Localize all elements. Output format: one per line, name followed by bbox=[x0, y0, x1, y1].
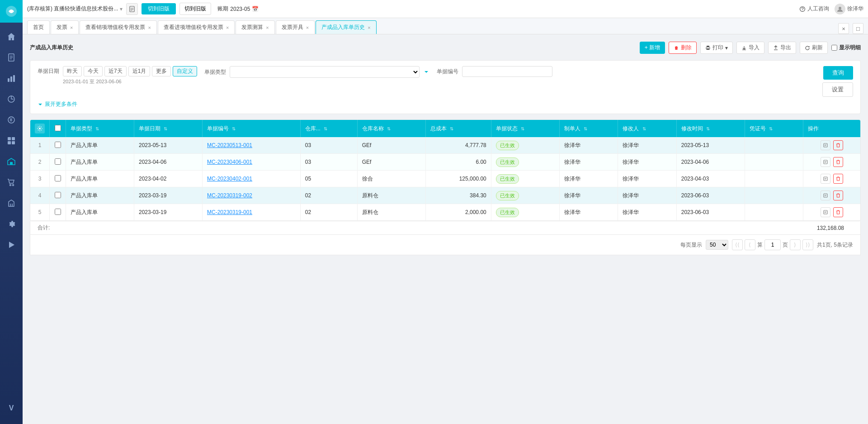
company-selector[interactable]: (库存核算) 直播轻快通信息技术股份... ▾ bbox=[27, 5, 123, 13]
row-checkbox-1[interactable] bbox=[55, 158, 61, 165]
row-edit-btn-1[interactable] bbox=[821, 157, 830, 167]
sidebar-item-grid[interactable] bbox=[0, 130, 23, 151]
prev-page-button[interactable]: ⟨ bbox=[745, 239, 755, 250]
row-edit-btn-4[interactable] bbox=[821, 207, 830, 217]
print-button[interactable]: 打印 ▾ bbox=[700, 42, 733, 54]
th-modifier[interactable]: 修改人 ⇅ bbox=[618, 120, 677, 137]
tab-home[interactable]: 首页 bbox=[27, 20, 50, 34]
show-detail-toggle[interactable]: 显示明细 bbox=[831, 44, 861, 52]
row-delete-btn-1[interactable] bbox=[833, 157, 843, 167]
td-check-3[interactable] bbox=[50, 187, 66, 204]
td-number-1[interactable]: MC-20230406-001 bbox=[202, 154, 300, 171]
import-button[interactable]: 导入 bbox=[736, 42, 764, 54]
sidebar-item-chart[interactable] bbox=[0, 68, 23, 89]
record-number-link-4[interactable]: MC-20230319-001 bbox=[207, 209, 252, 215]
td-number-2[interactable]: MC-20230402-001 bbox=[202, 171, 300, 187]
date-7days-btn[interactable]: 近7天 bbox=[104, 66, 127, 76]
tab-restore-button[interactable]: □ bbox=[853, 23, 863, 34]
date-1month-btn[interactable]: 近1月 bbox=[128, 66, 151, 76]
sidebar-item-v[interactable]: V bbox=[0, 398, 23, 419]
th-voucher[interactable]: 凭证号 ⇅ bbox=[745, 120, 803, 137]
number-filter-input[interactable] bbox=[462, 66, 552, 77]
tab-purchase-vat[interactable]: 查看进项增值税专用发票 × bbox=[158, 20, 235, 34]
record-number-link-2[interactable]: MC-20230402-001 bbox=[207, 176, 252, 182]
record-number-link-1[interactable]: MC-20230406-001 bbox=[207, 159, 252, 165]
tab-invoice-calc-close[interactable]: × bbox=[266, 25, 269, 30]
record-number-link-0[interactable]: MC-20230513-001 bbox=[207, 142, 252, 148]
service-button[interactable]: 人工咨询 bbox=[799, 5, 829, 13]
last-page-button[interactable]: ⟩⟩ bbox=[802, 239, 813, 250]
td-check-4[interactable] bbox=[50, 204, 66, 221]
tab-invoice-issue-close[interactable]: × bbox=[306, 25, 309, 30]
tab-purchase-vat-close[interactable]: × bbox=[226, 25, 229, 30]
switch-version-button[interactable]: 切到旧版 bbox=[179, 3, 211, 15]
tab-invoice-issue[interactable]: 发票开具 × bbox=[276, 20, 315, 34]
th-status[interactable]: 单据状态 ⇅ bbox=[491, 120, 559, 137]
delete-button[interactable]: 删除 bbox=[669, 42, 697, 54]
row-delete-btn-4[interactable] bbox=[833, 207, 843, 217]
next-page-button[interactable]: ⟩ bbox=[790, 239, 801, 250]
tab-sales-vat-close[interactable]: × bbox=[148, 25, 151, 30]
row-edit-btn-0[interactable] bbox=[821, 140, 830, 150]
row-checkbox-2[interactable] bbox=[55, 175, 61, 181]
td-number-3[interactable]: MC-20230319-002 bbox=[202, 187, 300, 204]
tab-close-all-button[interactable]: × bbox=[838, 23, 849, 34]
th-creator[interactable]: 制单人 ⇅ bbox=[559, 120, 618, 137]
date-yesterday-btn[interactable]: 昨天 bbox=[63, 66, 82, 76]
th-settings[interactable] bbox=[30, 120, 50, 137]
sidebar-item-finance[interactable]: ¥ bbox=[0, 110, 23, 130]
sidebar-item-warehouse[interactable] bbox=[0, 151, 23, 172]
th-warehouse-name[interactable]: 仓库名称 ⇅ bbox=[357, 120, 425, 137]
expand-filter-button[interactable]: 展开更多条件 bbox=[38, 100, 853, 108]
row-delete-btn-0[interactable] bbox=[833, 140, 843, 150]
row-checkbox-4[interactable] bbox=[55, 209, 61, 215]
th-number[interactable]: 单据编号 ⇅ bbox=[202, 120, 300, 137]
tab-sales-vat[interactable]: 查看销项增值税专用发票 × bbox=[80, 20, 156, 34]
row-checkbox-0[interactable] bbox=[55, 142, 61, 148]
sidebar-item-play[interactable] bbox=[0, 234, 23, 255]
row-edit-btn-3[interactable] bbox=[821, 191, 830, 200]
td-check-1[interactable] bbox=[50, 154, 66, 171]
workbench-button[interactable]: 切到旧版 bbox=[142, 3, 176, 14]
tab-product-inbound[interactable]: 产成品入库单历史 × bbox=[316, 20, 376, 34]
new-button[interactable]: + 新增 bbox=[640, 42, 665, 54]
settings-button[interactable]: 设置 bbox=[822, 82, 853, 97]
date-more-btn[interactable]: 更多 bbox=[152, 66, 171, 76]
row-checkbox-3[interactable] bbox=[55, 192, 61, 198]
td-number-4[interactable]: MC-20230319-001 bbox=[202, 204, 300, 221]
sidebar-item-purchase[interactable] bbox=[0, 172, 23, 193]
tab-invoice[interactable]: 发票 × bbox=[51, 20, 79, 34]
sidebar-item-home[interactable] bbox=[0, 26, 23, 47]
doc-template-button[interactable] bbox=[126, 3, 138, 15]
td-check-0[interactable] bbox=[50, 137, 66, 154]
tab-product-inbound-close[interactable]: × bbox=[368, 25, 370, 30]
td-check-2[interactable] bbox=[50, 171, 66, 187]
first-page-button[interactable]: ⟨⟨ bbox=[732, 239, 743, 250]
sidebar-item-reports[interactable] bbox=[0, 193, 23, 214]
query-button[interactable]: 查询 bbox=[823, 66, 853, 80]
date-today-btn[interactable]: 今天 bbox=[84, 66, 103, 76]
td-number-0[interactable]: MC-20230513-001 bbox=[202, 137, 300, 154]
user-menu[interactable]: 徐泽华 bbox=[835, 4, 863, 14]
th-checkbox[interactable] bbox=[50, 120, 66, 137]
th-total-cost[interactable]: 总成本 ⇅ bbox=[425, 120, 491, 137]
type-filter-select[interactable] bbox=[230, 66, 420, 78]
row-delete-btn-3[interactable] bbox=[833, 191, 843, 200]
tab-invoice-close[interactable]: × bbox=[70, 25, 73, 30]
show-detail-checkbox[interactable] bbox=[831, 45, 837, 51]
app-logo[interactable] bbox=[0, 0, 23, 23]
row-delete-btn-2[interactable] bbox=[833, 174, 843, 184]
sidebar-item-settings[interactable] bbox=[0, 214, 23, 234]
date-custom-btn[interactable]: 自定义 bbox=[173, 66, 197, 76]
column-settings-icon[interactable] bbox=[35, 124, 45, 133]
sidebar-item-document[interactable] bbox=[0, 47, 23, 68]
row-edit-btn-2[interactable] bbox=[821, 174, 830, 184]
tab-invoice-calc[interactable]: 发票测算 × bbox=[236, 20, 274, 34]
th-modify-time[interactable]: 修改时间 ⇅ bbox=[676, 120, 745, 137]
period-selector[interactable]: 账期 2023-05 📅 bbox=[217, 5, 259, 13]
page-size-select[interactable]: 50 100 bbox=[706, 240, 728, 250]
refresh-button[interactable]: 刷新 bbox=[800, 42, 828, 54]
record-number-link-3[interactable]: MC-20230319-002 bbox=[207, 192, 252, 199]
sidebar-item-analytics[interactable] bbox=[0, 89, 23, 110]
export-button[interactable]: 导出 bbox=[768, 42, 796, 54]
